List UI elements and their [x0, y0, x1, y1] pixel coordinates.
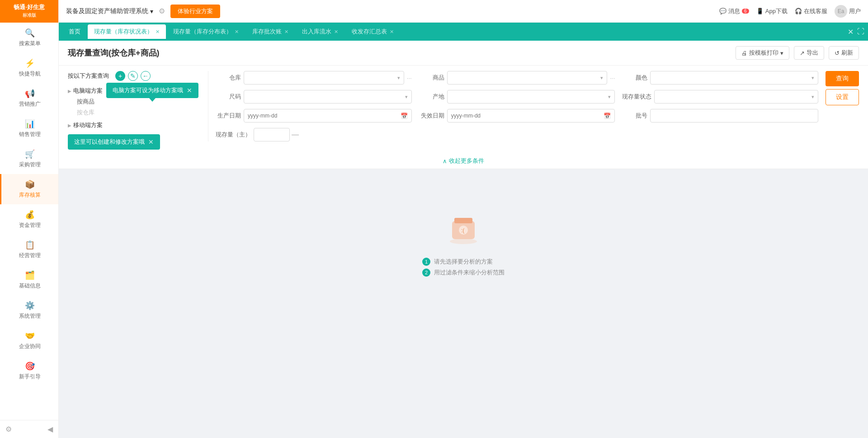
expand-icon[interactable]: ⛶ [857, 28, 864, 36]
tooltip2-text: 这里可以创建和修改方案哦 [74, 138, 145, 146]
tab-close-icon[interactable]: ✕ [235, 29, 239, 35]
sidebar-item-finance[interactable]: 💰 资金管理 [0, 204, 58, 235]
expire-date-input-wrapper[interactable]: 📅 [447, 109, 615, 122]
sidebar-item-system[interactable]: ⚙️ 系统管理 [0, 295, 58, 325]
warehouse-select[interactable]: ▾ [244, 71, 404, 85]
phone-icon: 📱 [756, 8, 764, 14]
tab-label: 库存批次账 [252, 28, 282, 36]
user-item[interactable]: Ea 用户 [835, 5, 861, 18]
add-scheme-button[interactable]: + [115, 71, 125, 81]
export-icon: ↗ [800, 50, 805, 57]
settings-footer-icon[interactable]: ⚙ [5, 425, 12, 433]
print-label: 按模板打印 [749, 49, 778, 57]
sidebar-item-basic[interactable]: 🗂️ 基础信息 [0, 265, 58, 295]
tooltip1-close-button[interactable]: ✕ [187, 87, 192, 94]
tab-summary[interactable]: 收发存汇总表 ✕ [345, 24, 400, 39]
handshake-icon: 🤝 [25, 331, 35, 341]
empty-illustration: :( [441, 205, 486, 252]
sidebar-item-quick-nav[interactable]: ⚡ 快捷导航 [0, 53, 58, 83]
tooltip1-text: 电脑方案可设为移动方案哦 [113, 86, 183, 94]
scheme-item-warehouse[interactable]: 按仓库 [68, 107, 103, 118]
online-service-item[interactable]: 🎧 在线客服 [795, 7, 827, 15]
nav-tabs-bar: 首页 现存量（库存状况表） ✕ 现存量（库存分布表） ✕ 库存批次账 ✕ 出入库… [59, 23, 868, 41]
sidebar-item-marketing[interactable]: 📢 营销推广 [0, 83, 58, 113]
scheme-group-pc[interactable]: ▶ 电脑端方案 [68, 85, 103, 96]
collapse-button[interactable]: ∧ 收起更多条件 [68, 153, 859, 169]
produce-date-input-wrapper[interactable]: 📅 [244, 109, 412, 122]
produce-date-label: 生产日期 [216, 112, 241, 120]
export-button[interactable]: ↗ 导出 [794, 46, 824, 60]
tooltip2-close-button[interactable]: ✕ [148, 138, 154, 146]
product-label: 商品 [419, 74, 444, 82]
svg-point-0 [450, 239, 477, 244]
sidebar: 畅通·好生意 标准版 🔍 搜索菜单 ⚡ 快捷导航 📢 营销推广 📊 销售管理 🛒… [0, 0, 59, 438]
step-1-num: 1 [422, 258, 430, 266]
tooltip-arrow [149, 98, 156, 102]
warehouse-label: 仓库 [216, 74, 241, 82]
notification-item[interactable]: 💬 消息 6 [719, 7, 749, 15]
industry-solution-button[interactable]: 体验行业方案 [170, 5, 220, 18]
topbar-settings-icon[interactable]: ⚙ [159, 7, 165, 15]
sidebar-item-inventory[interactable]: 📦 库存核算 [0, 174, 58, 204]
stock-qty-field: 现存量（主） — [216, 128, 412, 141]
sidebar-item-enterprise[interactable]: 🤝 企业协同 [0, 325, 58, 356]
edit-scheme-button[interactable]: ✎ [128, 71, 138, 81]
tab-stock-distribution[interactable]: 现存量（库存分布表） ✕ [167, 24, 245, 39]
sidebar-item-search[interactable]: 🔍 搜索菜单 [0, 23, 58, 53]
content-area: 现存量查询(按仓库+商品) 🖨 按模板打印 ▾ ↗ 导出 ↺ 刷新 [59, 41, 868, 438]
stock-status-select[interactable]: ▾ [654, 90, 818, 104]
sidebar-item-purchase[interactable]: 🛒 采购管理 [0, 144, 58, 174]
batch-input[interactable] [650, 109, 818, 122]
tab-flow[interactable]: 出入库流水 ✕ [296, 24, 344, 39]
expire-date-input[interactable] [451, 109, 602, 122]
sidebar-item-label: 资金管理 [19, 221, 41, 229]
tab-close-icon[interactable]: ✕ [156, 29, 160, 35]
sidebar-footer: ⚙ ◀ [0, 420, 58, 438]
tab-batch-account[interactable]: 库存批次账 ✕ [246, 24, 295, 39]
setting-button[interactable]: 设置 [826, 89, 859, 105]
app-download-item[interactable]: 📱 App下载 [756, 7, 788, 15]
online-service-label: 在线客服 [804, 7, 827, 15]
refresh-button[interactable]: ↺ 刷新 [829, 46, 859, 60]
calendar-icon[interactable]: 📅 [604, 113, 611, 119]
print-button[interactable]: 🖨 按模板打印 ▾ [736, 46, 789, 60]
system-selector[interactable]: 装备及固定资产辅助管理系统 ▾ [66, 7, 153, 15]
tab-close-icon[interactable]: ✕ [284, 29, 288, 35]
page-title: 现存量查询(按仓库+商品) [68, 47, 160, 58]
origin-select[interactable]: ▾ [447, 90, 615, 104]
search-btn-column: 查询 设置 [826, 71, 859, 105]
chevron-down-icon: ▾ [397, 75, 400, 81]
chevron-down-icon: ▾ [811, 94, 814, 100]
tab-close-icon[interactable]: ✕ [334, 29, 338, 35]
warehouse-field: 仓库 ▾ ··· [216, 71, 412, 85]
scheme-group-mobile[interactable]: ▶ 移动端方案 [68, 120, 103, 131]
scheme-item-product[interactable]: 按商品 [68, 96, 103, 107]
export-label: 导出 [807, 49, 818, 57]
stock-qty-min[interactable] [254, 128, 290, 141]
product-select[interactable]: ▾ [447, 71, 608, 85]
svg-text::(: :( [461, 227, 464, 234]
back-scheme-button[interactable]: ← [141, 71, 151, 81]
empty-steps: 1 请先选择要分析的方案 2 用过滤条件来缩小分析范围 [422, 258, 505, 277]
message-icon: 💬 [719, 8, 726, 14]
sidebar-item-label: 采购管理 [19, 161, 41, 169]
calendar-icon[interactable]: 📅 [401, 113, 408, 119]
sidebar-item-operations[interactable]: 📋 经营管理 [0, 235, 58, 265]
color-select[interactable]: ▾ [650, 71, 818, 85]
tab-home[interactable]: 首页 [62, 24, 87, 39]
tab-close-icon[interactable]: ✕ [390, 29, 394, 35]
tab-stock-status[interactable]: 现存量（库存状况表） ✕ [88, 24, 166, 39]
arrow-right-icon: ▶ [68, 123, 71, 128]
sidebar-item-sales[interactable]: 📊 销售管理 [0, 113, 58, 144]
scheme-list: ▶ 电脑端方案 按商品 按仓库 ▶ 移动端方案 [68, 85, 103, 131]
size-select[interactable]: ▾ [244, 90, 412, 104]
close-all-tabs-icon[interactable]: ✕ [848, 28, 854, 36]
sidebar-item-guide[interactable]: 🎯 新手引导 [0, 356, 58, 386]
tab-label: 现存量（库存状况表） [94, 28, 153, 36]
produce-date-input[interactable] [248, 109, 399, 122]
collapse-sidebar-icon[interactable]: ◀ [47, 425, 53, 433]
warehouse-dots[interactable]: ··· [407, 75, 412, 81]
chevron-down-icon: ▾ [600, 75, 603, 81]
search-button[interactable]: 查询 [826, 71, 859, 86]
product-dots[interactable]: ··· [610, 75, 615, 81]
